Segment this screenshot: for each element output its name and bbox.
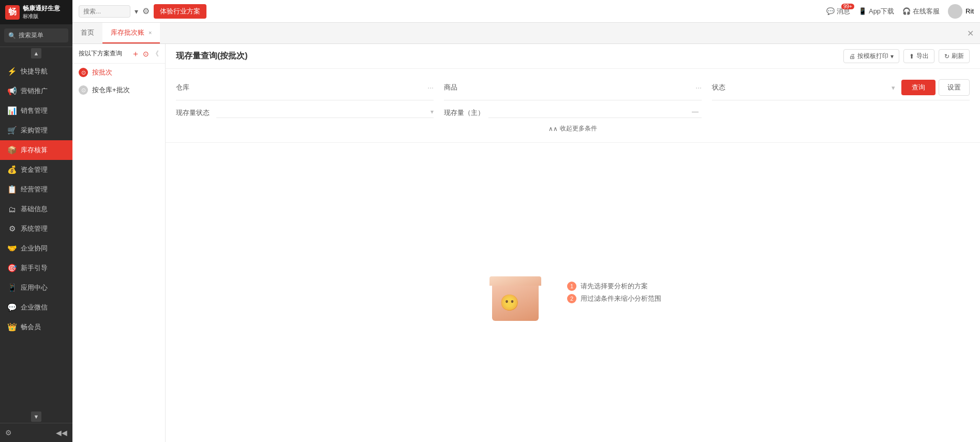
hint-2-number: 2	[567, 294, 576, 303]
scheme-item-by-warehouse-batch[interactable]: ⊙ 按仓库+批次	[72, 81, 165, 99]
basics-icon: 🗂	[7, 205, 17, 214]
filter-row2-empty	[712, 105, 970, 121]
sidebar-item-basics[interactable]: 🗂 基础信息	[0, 199, 72, 219]
sidebar-item-inventory[interactable]: 📦 库存核算	[0, 140, 72, 160]
empty-face-icon: 😶	[500, 293, 519, 312]
hint-item-1: 1 请先选择要分析的方案	[567, 282, 661, 291]
collapse-left-button[interactable]: 《	[152, 50, 159, 57]
message-icon: 💬	[826, 7, 835, 15]
right-content: 现存量查询(按批次) 🖨 按模板打印 ▾ ⬆ 导出 ↻ 刷新	[166, 44, 980, 442]
query-button[interactable]: 查询	[901, 80, 936, 95]
sidebar: 畅 畅康通好生意 标准版 🔍 搜索菜单 ▲ ⚡ 快捷导航 📢 营销推广 📊 销售…	[0, 0, 72, 442]
collapse-sidebar-button[interactable]: ◀◀	[56, 429, 67, 437]
user-menu-button[interactable]: Rit	[948, 4, 974, 19]
sidebar-item-enterprise[interactable]: 🤝 企业协同	[0, 239, 72, 258]
app-subtitle: 标准版	[23, 13, 60, 20]
sidebar-item-apps[interactable]: 📱 应用中心	[0, 278, 72, 298]
tabs-bar: 首页 库存批次账 × ✕	[72, 23, 980, 44]
inventory-icon: 📦	[7, 145, 17, 155]
sidebar-item-wechat[interactable]: 💬 企业微信	[0, 298, 72, 317]
left-panel-title: 按以下方案查询	[79, 49, 122, 58]
close-all-tabs-button[interactable]: ✕	[965, 26, 976, 40]
tab-bar-right: ✕	[965, 26, 980, 40]
tab-inventory-batch[interactable]: 库存批次账 ×	[102, 23, 160, 43]
tab-home[interactable]: 首页	[72, 23, 102, 43]
sidebar-item-sales[interactable]: 📊 销售管理	[0, 101, 72, 121]
left-panel: 按以下方案查询 ＋ ⊙ 《 ⊙ 按批次 ⊙ 按仓库+批次	[72, 44, 166, 442]
sidebar-item-newbie[interactable]: 🎯 新手引导	[0, 258, 72, 278]
trial-button[interactable]: 体验行业方案	[154, 4, 206, 19]
newbie-icon: 🎯	[7, 263, 17, 273]
inventory-status-arrow: ▾	[430, 108, 434, 115]
scheme-icon-gray: ⊙	[79, 85, 88, 95]
filter-inventory-status-cell: 现存量状态 ▾	[176, 105, 434, 121]
sidebar-item-operations[interactable]: 📋 经营管理	[0, 180, 72, 199]
status-dropdown-icon: ▾	[889, 84, 897, 92]
app-logo: 畅	[5, 5, 20, 20]
left-panel-actions: ＋ ⊙ 《	[131, 50, 159, 58]
online-service-button[interactable]: 🎧 在线客服	[902, 7, 940, 16]
print-button[interactable]: 🖨 按模板打印 ▾	[843, 49, 899, 63]
product-label: 商品	[444, 83, 475, 92]
inventory-qty-label: 现存量（主）	[444, 108, 484, 117]
filter-product-cell: 商品 ···	[444, 75, 702, 100]
product-input[interactable]	[479, 84, 695, 92]
search-icon: 🔍	[8, 32, 16, 39]
top-bar-right: 💬 消息 99+ 📱 App下载 🎧 在线客服 Rit	[826, 4, 974, 19]
status-label: 状态	[712, 83, 743, 92]
top-dropdown-button[interactable]: ▾	[135, 7, 138, 16]
refresh-button[interactable]: ↻ 刷新	[939, 49, 970, 63]
search-menu-button[interactable]: 🔍 搜索菜单	[4, 28, 68, 42]
collapse-conditions-button[interactable]: ∧∧ 收起更多条件	[176, 121, 970, 136]
user-avatar	[948, 4, 962, 19]
export-icon: ⬆	[909, 53, 914, 60]
marketing-icon: 📢	[7, 86, 17, 96]
app-download-button[interactable]: 📱 App下载	[858, 7, 894, 16]
inventory-status-select[interactable]: ▾	[216, 108, 434, 118]
sidebar-item-finance[interactable]: 💰 资金管理	[0, 160, 72, 180]
warehouse-more-icon[interactable]: ···	[427, 83, 434, 92]
message-badge: 99+	[841, 4, 854, 9]
print-dropdown-icon: ▾	[890, 53, 894, 60]
warehouse-input[interactable]	[211, 84, 427, 92]
top-gear-button[interactable]: ⚙	[142, 6, 150, 16]
filter-warehouse-cell: 仓库 ···	[176, 75, 434, 100]
filter-area: 仓库 ··· 商品 ··· 状态 ▾	[166, 69, 980, 143]
settings-footer-button[interactable]: ⚙	[5, 429, 12, 437]
enterprise-icon: 🤝	[7, 244, 17, 253]
phone-icon: 📱	[858, 7, 867, 15]
sidebar-item-marketing[interactable]: 📢 营销推广	[0, 81, 72, 101]
filter-row-1: 仓库 ··· 商品 ··· 状态 ▾	[176, 75, 970, 100]
empty-hints: 1 请先选择要分析的方案 2 用过滤条件来缩小分析范围	[567, 282, 661, 303]
sales-icon: 📊	[7, 106, 17, 115]
print-icon: 🖨	[849, 53, 855, 60]
hint-item-2: 2 用过滤条件来缩小分析范围	[567, 294, 661, 303]
scroll-up-button[interactable]: ▲	[31, 48, 41, 58]
scheme-icon-red: ⊙	[79, 68, 88, 77]
username-label: Rit	[966, 7, 974, 15]
status-select[interactable]: ▾	[747, 84, 897, 92]
scroll-down-button[interactable]: ▼	[31, 411, 41, 422]
scheme-settings-button[interactable]: ⊙	[143, 50, 149, 57]
hint-1-number: 1	[567, 282, 576, 291]
sidebar-footer: ⚙ ◀◀	[0, 423, 72, 442]
settings-button[interactable]: 设置	[939, 79, 970, 96]
inventory-qty-from[interactable]	[488, 108, 687, 115]
sidebar-item-member[interactable]: 👑 畅会员	[0, 317, 72, 337]
purchase-icon: 🛒	[7, 126, 17, 135]
add-scheme-button[interactable]: ＋	[131, 50, 140, 58]
sidebar-item-quick-nav[interactable]: ⚡ 快捷导航	[0, 62, 72, 81]
sidebar-item-purchase[interactable]: 🛒 采购管理	[0, 121, 72, 140]
scheme-item-by-batch[interactable]: ⊙ 按批次	[72, 64, 165, 81]
message-button[interactable]: 💬 消息 99+	[826, 7, 850, 16]
page-title: 现存量查询(按批次)	[176, 51, 248, 62]
top-bar-left: ▾ ⚙ 体验行业方案	[79, 4, 821, 19]
empty-illustration: 😶	[484, 264, 546, 321]
top-search-input[interactable]	[79, 5, 130, 18]
product-more-icon[interactable]: ···	[695, 83, 702, 92]
export-button[interactable]: ⬆ 导出	[903, 49, 934, 63]
sidebar-item-system[interactable]: ⚙ 系统管理	[0, 219, 72, 239]
tab-close-button[interactable]: ×	[149, 30, 152, 36]
apps-icon: 📱	[7, 283, 17, 292]
warehouse-label: 仓库	[176, 83, 207, 92]
